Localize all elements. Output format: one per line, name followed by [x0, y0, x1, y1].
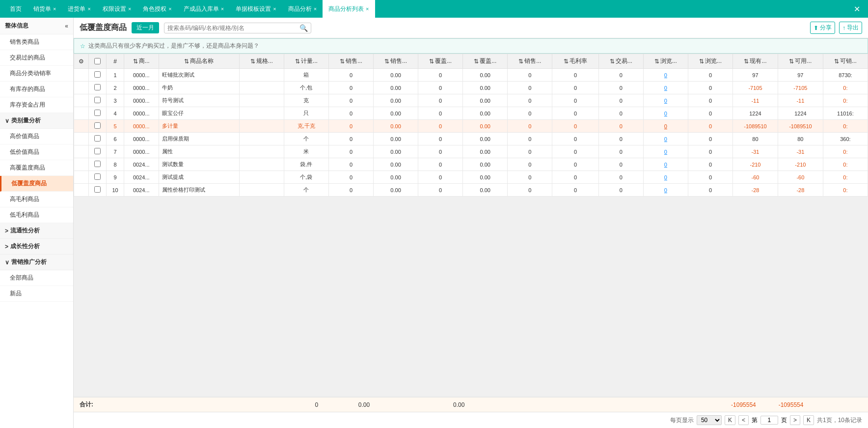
sidebar-item-high-coverage[interactable]: 高覆盖度商品	[0, 160, 73, 176]
row-checkbox[interactable]	[94, 173, 101, 180]
sidebar-collapse-btn[interactable]: «	[65, 23, 68, 29]
sidebar-item-sales-goods[interactable]: 销售类商品	[0, 34, 73, 50]
sort-icon-6[interactable]: ⇅	[384, 58, 389, 65]
export-button[interactable]: ↑ 导出	[839, 22, 862, 34]
sort-icon-7[interactable]: ⇅	[429, 58, 434, 65]
nav-sales[interactable]: 销货单 ×	[27, 0, 62, 18]
sidebar-item-all-goods[interactable]: 全部商品	[0, 270, 73, 286]
sort-icon-4[interactable]: ⇅	[295, 58, 300, 65]
time-filter-button[interactable]: 近一月	[132, 22, 159, 33]
nav-analysis-list-close[interactable]: ×	[366, 6, 369, 12]
nav-permissions[interactable]: 权限设置 ×	[97, 0, 137, 18]
sort-icon-14[interactable]: ⇅	[744, 58, 749, 65]
sidebar-item-turnover-rate[interactable]: 商品分类动销率	[0, 66, 73, 82]
cell-checkbox[interactable]	[89, 94, 107, 107]
sidebar-item-capital[interactable]: 库存资金占用	[0, 97, 73, 113]
sidebar-item-low-profit[interactable]: 低毛利商品	[0, 207, 73, 223]
row-checkbox[interactable]	[94, 148, 101, 154]
sidebar-item-new-goods[interactable]: 新品	[0, 286, 73, 302]
th-checkbox[interactable]	[89, 54, 107, 69]
cell-checkbox[interactable]	[89, 133, 107, 145]
page-size-select[interactable]: 50 100 200	[697, 415, 722, 425]
cell-checkbox[interactable]	[89, 107, 107, 120]
sidebar-item-high-profit[interactable]: 高毛利商品	[0, 192, 73, 207]
cell-checkbox[interactable]	[89, 120, 107, 133]
th-settings[interactable]: ⚙	[74, 54, 89, 69]
sidebar-group-marketing[interactable]: ∨ 营销推广分析	[0, 255, 73, 270]
nav-analysis-close[interactable]: ×	[314, 6, 317, 12]
cell-cov2: 0.00	[463, 107, 508, 120]
sort-icon-15[interactable]: ⇅	[789, 58, 794, 65]
search-icon[interactable]: 🔍	[299, 24, 308, 32]
cell-browse1[interactable]: 0	[643, 158, 688, 171]
cell-browse1[interactable]: 0	[643, 107, 688, 120]
select-all-checkbox[interactable]	[94, 58, 101, 64]
cell-browse1[interactable]: 0	[643, 184, 688, 197]
cell-browse1[interactable]: 0	[643, 94, 688, 107]
close-all-button[interactable]: ✕	[850, 4, 864, 14]
cell-browse1[interactable]: 0	[643, 69, 688, 82]
row-checkbox[interactable]	[94, 110, 101, 116]
row-checkbox[interactable]	[94, 84, 101, 90]
sort-icon-5[interactable]: ⇅	[340, 58, 345, 65]
cell-checkbox[interactable]	[89, 158, 107, 171]
sort-icon[interactable]: ⇅	[133, 58, 138, 65]
sidebar-group-value[interactable]: ∨ 类别量分析	[0, 113, 73, 129]
sidebar-group-flow[interactable]: > 流通性分析	[0, 223, 73, 239]
nav-analysis[interactable]: 商品分析 ×	[282, 0, 323, 18]
row-checkbox[interactable]	[94, 135, 101, 142]
cell-checkbox[interactable]	[89, 69, 107, 82]
sidebar-item-traded-goods[interactable]: 交易过的商品	[0, 50, 73, 66]
sort-icon-16[interactable]: ⇅	[834, 58, 839, 65]
nav-purchase-close[interactable]: ×	[87, 6, 90, 12]
cell-checkbox[interactable]	[89, 184, 107, 197]
prev-page-button[interactable]: <	[738, 415, 749, 425]
nav-templates-close[interactable]: ×	[273, 6, 276, 12]
sort-icon-2[interactable]: ⇅	[184, 58, 189, 65]
sidebar-group-growth[interactable]: > 成长性分析	[0, 239, 73, 255]
cell-browse1[interactable]: 0	[643, 82, 688, 94]
nav-purchase[interactable]: 进货单 ×	[62, 0, 96, 18]
cell-current-inv: -11	[733, 94, 778, 107]
cell-checkbox[interactable]	[89, 145, 107, 158]
row-checkbox[interactable]	[94, 161, 101, 167]
sort-icon-12[interactable]: ⇅	[654, 58, 659, 65]
sort-icon-10[interactable]: ⇅	[564, 58, 569, 65]
page-input[interactable]	[760, 416, 778, 425]
next-page-button[interactable]: >	[790, 415, 800, 425]
row-checkbox[interactable]	[94, 71, 101, 78]
sort-icon-8[interactable]: ⇅	[474, 58, 479, 65]
sort-icon-3[interactable]: ⇅	[250, 58, 255, 65]
sort-icon-9[interactable]: ⇅	[518, 58, 523, 65]
nav-roles[interactable]: 角色授权 ×	[137, 0, 177, 18]
nav-templates[interactable]: 单据模板设置 ×	[230, 0, 282, 18]
cell-browse1[interactable]: 0	[643, 171, 688, 184]
cell-checkbox[interactable]	[89, 82, 107, 94]
sort-icon-11[interactable]: ⇅	[610, 58, 615, 65]
row-checkbox[interactable]	[94, 97, 101, 103]
last-page-button[interactable]: K	[803, 415, 814, 425]
cell-browse1[interactable]: 0	[643, 120, 688, 133]
search-input[interactable]	[167, 25, 299, 31]
row-checkbox[interactable]	[94, 186, 101, 193]
nav-roles-close[interactable]: ×	[168, 6, 171, 12]
first-page-button[interactable]: K	[725, 415, 735, 425]
nav-products[interactable]: 产成品入库单 ×	[178, 0, 230, 18]
sidebar-item-low-value[interactable]: 低价值商品	[0, 144, 73, 160]
nav-sales-close[interactable]: ×	[53, 6, 56, 12]
sidebar-item-inventory[interactable]: 有库存的商品	[0, 82, 73, 97]
sort-icon-13[interactable]: ⇅	[699, 58, 704, 65]
cell-browse1[interactable]: 0	[643, 145, 688, 158]
sidebar-item-high-value[interactable]: 高价值商品	[0, 129, 73, 144]
cell-checkbox[interactable]	[89, 171, 107, 184]
notice-text: 这类商品只有很少客户购买过，是推广不够，还是商品本身问题？	[88, 42, 259, 50]
nav-home[interactable]: 首页	[4, 0, 27, 18]
share-button[interactable]: ⬆ 分享	[810, 22, 835, 34]
nav-products-close[interactable]: ×	[221, 6, 224, 12]
nav-permissions-close[interactable]: ×	[128, 6, 131, 12]
nav-analysis-list[interactable]: 商品分析列表 ×	[323, 0, 375, 18]
cell-num: 3	[107, 94, 124, 107]
cell-browse1[interactable]: 0	[643, 133, 688, 145]
sidebar-item-low-coverage[interactable]: 低覆盖度商品	[0, 176, 73, 192]
row-checkbox[interactable]	[94, 122, 101, 129]
